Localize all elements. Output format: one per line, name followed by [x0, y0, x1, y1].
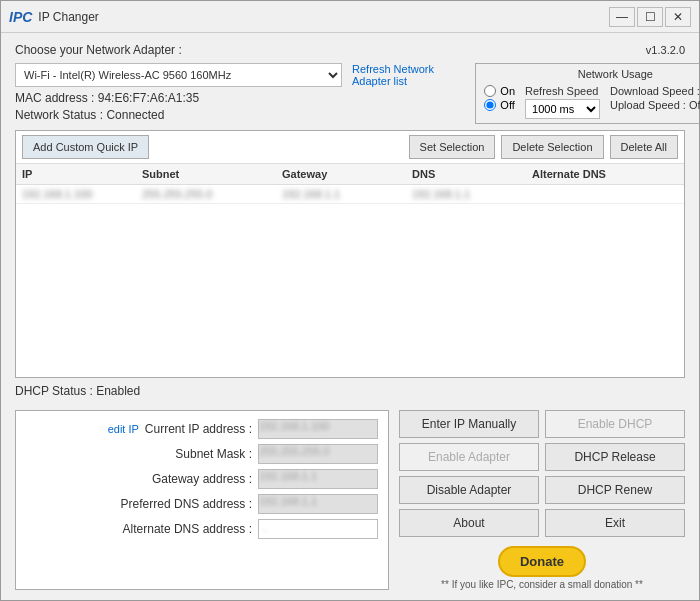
alt-dns-row: Alternate DNS address : -: [26, 519, 378, 539]
col-ip: IP: [22, 168, 142, 180]
radio-off-row: Off: [484, 99, 515, 111]
adapter-left: Wi-Fi - Intel(R) Wireless-AC 9560 160MHz…: [15, 63, 465, 122]
adapter-select[interactable]: Wi-Fi - Intel(R) Wireless-AC 9560 160MHz: [15, 63, 342, 87]
btn-row-4: About Exit: [399, 509, 685, 537]
subnet-value: 255.255.255.0: [258, 444, 378, 464]
donate-note: ** If you like IPC, consider a small don…: [441, 579, 643, 590]
btn-row-3: Disable Adapter DHCP Renew: [399, 476, 685, 504]
info-col: MAC address : 94:E6:F7:A6:A1:35 Network …: [15, 91, 465, 122]
refresh-speed-label: Refresh Speed: [525, 85, 600, 97]
close-button[interactable]: ✕: [665, 7, 691, 27]
about-button[interactable]: About: [399, 509, 539, 537]
mac-value: 94:E6:F7:A6:A1:35: [98, 91, 199, 105]
refresh-adapter-link[interactable]: Refresh Network Adapter list: [352, 63, 465, 87]
gateway-label: Gateway address :: [152, 472, 252, 486]
download-speed: Download Speed : Off: [610, 85, 700, 97]
alt-dns-value: -: [258, 519, 378, 539]
radio-on-label: On: [500, 85, 515, 97]
preferred-dns-label: Preferred DNS address :: [121, 497, 252, 511]
radio-col: On Off: [484, 85, 515, 111]
subnet-label: Subnet Mask :: [175, 447, 252, 461]
dhcp-value: Enabled: [96, 384, 140, 398]
upload-speed: Upload Speed : Off: [610, 99, 700, 111]
network-usage-title: Network Usage: [484, 68, 700, 80]
preferred-dns-row: Preferred DNS address : 192.168.1.1: [26, 494, 378, 514]
adapter-network-row: Wi-Fi - Intel(R) Wireless-AC 9560 160MHz…: [15, 63, 685, 124]
current-ip-row: edit IP Current IP address : 192.168.1.1…: [26, 419, 378, 439]
top-row: Choose your Network Adapter : v1.3.2.0: [15, 43, 685, 57]
network-status-label: Network Status :: [15, 108, 106, 122]
btn-row-1: Enter IP Manually Enable DHCP: [399, 410, 685, 438]
col-alt-dns: Alternate DNS: [532, 168, 678, 180]
edit-ip-link[interactable]: edit IP: [108, 423, 139, 435]
table-header: IP Subnet Gateway DNS Alternate DNS: [16, 164, 684, 185]
dl-ul-col: Download Speed : Off Upload Speed : Off: [610, 85, 700, 111]
row-alt-dns: [532, 188, 678, 200]
dhcp-renew-button[interactable]: DHCP Renew: [545, 476, 685, 504]
main-window: IPC IP Changer — ☐ ✕ Choose your Network…: [0, 0, 700, 601]
main-content: Choose your Network Adapter : v1.3.2.0 W…: [1, 33, 699, 600]
mac-label: MAC address :: [15, 91, 98, 105]
enter-ip-button[interactable]: Enter IP Manually: [399, 410, 539, 438]
radio-off[interactable]: [484, 99, 496, 111]
alt-dns-label: Alternate DNS address :: [123, 522, 252, 536]
radio-on-row: On: [484, 85, 515, 97]
disable-adapter-button[interactable]: Disable Adapter: [399, 476, 539, 504]
upload-value: Off: [689, 99, 700, 111]
add-custom-ip-button[interactable]: Add Custom Quick IP: [22, 135, 149, 159]
app-icon: IPC: [9, 9, 32, 25]
row-ip: 192.168.1.100: [22, 188, 142, 200]
network-usage-box: Network Usage On Off Refresh Speed: [475, 63, 700, 124]
title-bar-controls: — ☐ ✕: [609, 7, 691, 27]
set-selection-button[interactable]: Set Selection: [409, 135, 496, 159]
row-subnet: 255.255.255.0: [142, 188, 282, 200]
app-title: IP Changer: [38, 10, 99, 24]
enable-dhcp-button[interactable]: Enable DHCP: [545, 410, 685, 438]
gateway-row: Gateway address : 192.168.1.1: [26, 469, 378, 489]
table-toolbar: Add Custom Quick IP Set Selection Delete…: [16, 131, 684, 164]
speed-select[interactable]: 1000 ms: [525, 99, 600, 119]
adapter-label: Choose your Network Adapter :: [15, 43, 182, 57]
network-status-value: Connected: [106, 108, 164, 122]
donate-button[interactable]: Donate: [498, 546, 586, 577]
ip-table-area: Add Custom Quick IP Set Selection Delete…: [15, 130, 685, 378]
mac-address-row: MAC address : 94:E6:F7:A6:A1:35: [15, 91, 465, 105]
donate-row: Donate ** If you like IPC, consider a sm…: [399, 546, 685, 590]
subnet-row: Subnet Mask : 255.255.255.0: [26, 444, 378, 464]
version-label: v1.3.2.0: [646, 44, 685, 56]
radio-off-label: Off: [500, 99, 514, 111]
row-dns: 192.168.1.1: [412, 188, 532, 200]
maximize-button[interactable]: ☐: [637, 7, 663, 27]
col-subnet: Subnet: [142, 168, 282, 180]
current-ip-label: Current IP address :: [145, 422, 252, 436]
bottom-section: DHCP Status : Enabled edit IP Current IP…: [15, 384, 685, 590]
title-bar: IPC IP Changer — ☐ ✕: [1, 1, 699, 33]
dhcp-label: DHCP Status :: [15, 384, 96, 398]
delete-all-button[interactable]: Delete All: [610, 135, 678, 159]
col-dns: DNS: [412, 168, 532, 180]
network-status-row: Network Status : Connected: [15, 108, 465, 122]
download-label: Download Speed :: [610, 85, 700, 97]
title-bar-left: IPC IP Changer: [9, 9, 99, 25]
refresh-speed-col: Refresh Speed 1000 ms: [525, 85, 600, 119]
dhcp-status-row: DHCP Status : Enabled: [15, 384, 685, 398]
gateway-value: 192.168.1.1: [258, 469, 378, 489]
row-gateway: 192.168.1.1: [282, 188, 412, 200]
left-panel: edit IP Current IP address : 192.168.1.1…: [15, 410, 389, 590]
dhcp-release-button[interactable]: DHCP Release: [545, 443, 685, 471]
right-panel: Enter IP Manually Enable DHCP Enable Ada…: [399, 410, 685, 590]
upload-label: Upload Speed :: [610, 99, 689, 111]
minimize-button[interactable]: —: [609, 7, 635, 27]
table-row[interactable]: 192.168.1.100 255.255.255.0 192.168.1.1 …: [16, 185, 684, 204]
usage-inner: On Off Refresh Speed 1000 ms: [484, 85, 700, 119]
bottom-area: edit IP Current IP address : 192.168.1.1…: [15, 410, 685, 590]
adapter-select-row: Wi-Fi - Intel(R) Wireless-AC 9560 160MHz…: [15, 63, 465, 87]
btn-row-2: Enable Adapter DHCP Release: [399, 443, 685, 471]
radio-on[interactable]: [484, 85, 496, 97]
delete-selection-button[interactable]: Delete Selection: [501, 135, 603, 159]
col-gateway: Gateway: [282, 168, 412, 180]
current-ip-value: 192.168.1.100: [258, 419, 378, 439]
exit-button[interactable]: Exit: [545, 509, 685, 537]
preferred-dns-value: 192.168.1.1: [258, 494, 378, 514]
enable-adapter-button[interactable]: Enable Adapter: [399, 443, 539, 471]
